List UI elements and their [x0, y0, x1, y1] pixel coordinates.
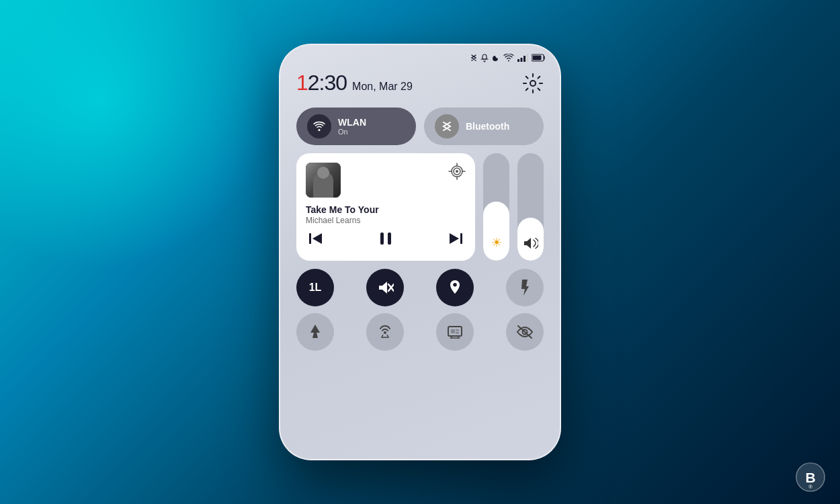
time-date-group: 112:302:30 Mon, Mar 29	[296, 71, 413, 95]
svg-text:B: B	[805, 470, 815, 485]
bluetooth-title: Bluetooth	[466, 121, 509, 132]
svg-rect-3	[527, 54, 529, 62]
album-art	[306, 163, 341, 198]
toggle-row: WLAN On Bluetooth	[296, 108, 544, 145]
svg-rect-19	[456, 329, 459, 331]
svg-rect-5	[533, 56, 542, 60]
media-title: Take Me To Your	[306, 204, 466, 216]
brand-logo: B ®	[794, 461, 827, 493]
moon-status-icon	[492, 54, 500, 62]
svg-rect-10	[309, 233, 311, 244]
svg-rect-18	[451, 329, 455, 333]
wlan-icon-circle	[307, 114, 331, 138]
next-button[interactable]	[447, 230, 463, 247]
time-display: 112:302:30	[296, 71, 347, 95]
media-top	[306, 163, 466, 198]
svg-text:®: ®	[808, 484, 812, 490]
wlan-text: WLAN On	[338, 117, 366, 136]
status-bar	[280, 45, 560, 65]
media-controls	[306, 230, 466, 247]
bell-status-icon	[480, 54, 489, 62]
svg-rect-12	[388, 233, 391, 245]
signal-status-icon	[517, 54, 528, 62]
location-button[interactable]	[436, 269, 474, 306]
battery-status-icon	[532, 54, 546, 62]
media-card: Take Me To Your Michael Learns	[296, 153, 475, 261]
eye-button[interactable]	[506, 313, 544, 351]
time-1: 1	[296, 71, 308, 95]
icon-row-1: 1L	[296, 269, 544, 306]
media-info: Take Me To Your Michael Learns	[306, 204, 466, 225]
album-art-image	[306, 163, 341, 198]
time-230: 2:30	[308, 71, 347, 95]
brightness-icon: ☀	[491, 235, 502, 250]
prev-button[interactable]	[308, 230, 325, 247]
1l-button[interactable]: 1L	[296, 269, 334, 306]
svg-point-6	[530, 81, 536, 86]
svg-rect-20	[456, 332, 459, 334]
screen-button[interactable]	[436, 313, 474, 351]
svg-rect-13	[460, 233, 462, 244]
phone-frame: 112:302:30 Mon, Mar 29	[279, 44, 561, 460]
bluetooth-icon-circle	[435, 114, 459, 138]
1l-label: 1L	[309, 282, 322, 294]
brightness-fill	[483, 202, 509, 261]
wlan-toggle[interactable]: WLAN On	[296, 108, 416, 145]
wlan-subtitle: On	[338, 128, 366, 136]
nfc-button[interactable]	[366, 313, 404, 351]
status-icons	[470, 53, 546, 62]
wifi-status-icon	[503, 54, 514, 62]
bluetooth-status-icon	[470, 53, 477, 62]
middle-section: Take Me To Your Michael Learns	[296, 153, 544, 261]
svg-rect-1	[521, 58, 523, 62]
icon-row-2	[296, 313, 544, 351]
bluetooth-text: Bluetooth	[466, 121, 509, 132]
airplane-button[interactable]	[296, 313, 334, 351]
bluetooth-toggle[interactable]: Bluetooth	[424, 108, 544, 145]
volume-slider[interactable]	[517, 153, 544, 261]
svg-rect-2	[523, 56, 526, 62]
settings-button[interactable]	[522, 73, 544, 94]
svg-point-16	[384, 331, 386, 334]
flashlight-button[interactable]	[506, 269, 544, 306]
cast-icon[interactable]	[448, 163, 466, 180]
svg-point-9	[456, 170, 458, 173]
mute-button[interactable]	[366, 269, 404, 306]
date-display: Mon, Mar 29	[352, 81, 413, 93]
svg-rect-11	[380, 233, 384, 245]
control-content: 112:302:30 Mon, Mar 29	[280, 65, 560, 459]
pause-button[interactable]	[378, 230, 394, 247]
wlan-title: WLAN	[338, 117, 366, 128]
sliders-column: ☀	[483, 153, 544, 261]
volume-icon	[523, 237, 538, 250]
svg-rect-0	[517, 59, 519, 62]
media-artist: Michael Learns	[306, 216, 466, 225]
phone-screen: 112:302:30 Mon, Mar 29	[280, 45, 560, 459]
brightness-slider[interactable]: ☀	[483, 153, 509, 261]
time-row: 112:302:30 Mon, Mar 29	[296, 71, 544, 95]
